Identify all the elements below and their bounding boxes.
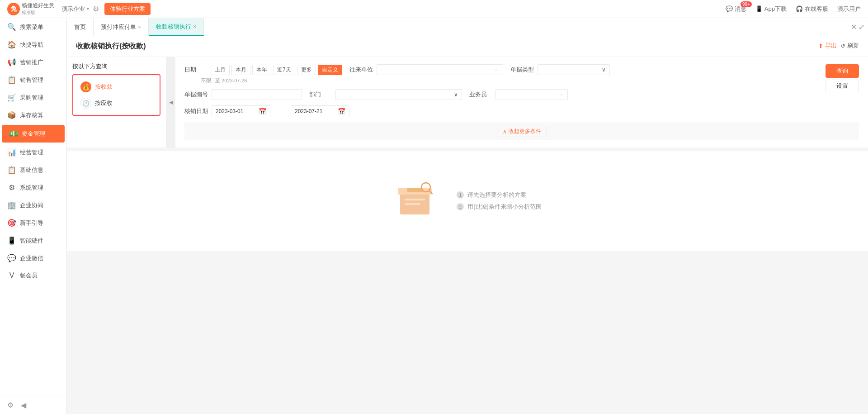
date-btn-this-month[interactable]: 本月 <box>231 65 250 75</box>
sidebar-item-marketing[interactable]: 📢 营销推广 <box>0 53 66 71</box>
verif-date-end-input[interactable]: 2023-07-21 📅 <box>291 105 349 117</box>
tab-prepay-label: 预付冲应付单 <box>101 23 136 31</box>
sidebar-item-search[interactable]: 🔍 搜索菜单 <box>0 18 66 36</box>
sidebar-item-inventory[interactable]: 📦 库存核算 <box>0 106 66 124</box>
verif-end-value: 2023-07-21 <box>295 108 322 114</box>
box-icon: 📦 <box>7 111 16 119</box>
date-btn-more[interactable]: 更多 <box>297 65 316 75</box>
date-btn-this-year[interactable]: 本年 <box>252 65 271 75</box>
username: 演示用户 <box>837 5 861 12</box>
chart-icon: 📊 <box>7 148 16 157</box>
verif-date-separator: — <box>278 108 283 115</box>
sidebar-collapse-icon[interactable]: ◀ <box>21 401 26 409</box>
docnum-input[interactable] <box>212 89 302 100</box>
date-quick-group: 上月 本月 本年 近7天 更多 自定义 <box>211 65 342 75</box>
export-button[interactable]: ⬆ 导出 <box>818 42 837 50</box>
money-icon: 💵 <box>9 129 18 138</box>
industry-solution-button[interactable]: 体验行业方案 <box>104 3 151 15</box>
page-content: 收款核销执行(按收款) ⬆ 导出 ↺ 刷新 按以下方查询 <box>67 36 868 414</box>
cart-icon: 🛒 <box>7 93 16 102</box>
verif-date-start-input[interactable]: 2023-03-01 📅 <box>212 105 270 117</box>
grid-icon: 📋 <box>7 166 16 174</box>
dept-label: 部门 <box>309 90 332 99</box>
main-layout: 🔍 搜索菜单 🏠 快捷导航 📢 营销推广 📋 销售管理 🛒 采购管理 📦 库存核… <box>0 18 868 414</box>
docnum-field: 单据编号 <box>184 89 302 100</box>
partner-more-icon[interactable]: ··· <box>495 67 499 73</box>
sidebar-item-operation[interactable]: 📊 经营管理 <box>0 143 66 161</box>
sidebar-item-weixin[interactable]: 💬 企业微信 <box>0 249 66 267</box>
staff-more-icon[interactable]: ··· <box>559 91 564 98</box>
close-tab-receipts[interactable]: × <box>193 24 196 30</box>
sidebar-item-member[interactable]: V 畅会员 <box>0 267 66 284</box>
export-label: 导出 <box>825 42 837 50</box>
tab-home[interactable]: 首页 <box>67 18 94 36</box>
calendar-end-icon[interactable]: 📅 <box>338 108 345 115</box>
staff-select[interactable]: ··· <box>495 89 568 100</box>
sidebar-item-sales[interactable]: 📋 销售管理 <box>0 71 66 89</box>
staff-label: 业务员 <box>469 90 492 99</box>
dept-field: 部门 ∨ <box>309 89 462 100</box>
date-btn-last-month[interactable]: 上月 <box>211 65 230 75</box>
message-badge: 99+ <box>741 1 752 7</box>
message-button[interactable]: 💬 消息 99+ <box>726 5 746 13</box>
sidebar-item-system[interactable]: ⚙ 系统管理 <box>0 179 66 196</box>
sidebar-label-enterprise: 企业协同 <box>20 201 43 209</box>
receipt-icon: 💰 <box>80 81 91 92</box>
collapse-more-button[interactable]: ∧ 收起更多条件 <box>497 126 547 137</box>
company-name: 演示企业 <box>61 5 85 13</box>
dept-select[interactable]: ∨ <box>335 89 462 100</box>
verif-date-field: 核销日期 2023-03-01 📅 — 2023-07-21 📅 <box>184 105 349 117</box>
sidebar-item-shortcut[interactable]: 🏠 快捷导航 <box>0 36 66 53</box>
online-service-button[interactable]: 🎧 在线客服 <box>796 5 828 13</box>
headset-icon: 🎧 <box>796 5 803 12</box>
sidebar-item-guide[interactable]: 🎯 新手引导 <box>0 214 66 232</box>
close-tab-prepay[interactable]: × <box>138 24 141 30</box>
doc-type-select[interactable]: ∨ <box>538 64 610 75</box>
company-selector[interactable]: 演示企业 ▾ <box>61 5 89 13</box>
sidebar-label-member: 畅会员 <box>20 271 38 280</box>
logo-icon: 兔 <box>7 3 20 15</box>
sidebar-label-basic: 基础信息 <box>20 166 43 174</box>
app-download-button[interactable]: 📱 App下载 <box>755 5 787 13</box>
sidebar-settings-icon[interactable]: ⚙ <box>7 401 14 409</box>
sidebar-item-hardware[interactable]: 📱 智能硬件 <box>0 232 66 249</box>
sidebar-item-purchase[interactable]: 🛒 采购管理 <box>0 89 66 106</box>
partner-select[interactable]: ··· <box>377 64 503 75</box>
tab-prepay[interactable]: 预付冲应付单 × <box>94 18 149 36</box>
expand-icon[interactable]: ⤢ <box>859 23 864 31</box>
refresh-button[interactable]: ↺ 刷新 <box>840 42 859 50</box>
sidebar-item-finance[interactable]: 💵 资金管理 <box>2 125 65 143</box>
sidebar-item-basic[interactable]: 📋 基础信息 <box>0 161 66 179</box>
topbar-right: 💬 消息 99+ 📱 App下载 🎧 在线客服 演示用户 <box>726 5 861 13</box>
collapse-left-panel-button[interactable]: ◀ <box>166 57 175 148</box>
query-button[interactable]: 查询 <box>826 64 859 78</box>
query-by-receipt[interactable]: 💰 按收款 <box>77 79 156 95</box>
date-unlimit-label: 不限 <box>201 77 212 85</box>
filter-verif-row: 核销日期 2023-03-01 📅 — 2023-07-21 📅 <box>184 105 826 117</box>
query-by-receivable[interactable]: 🕐 按应收 <box>77 95 156 111</box>
tab-receipts[interactable]: 收款核销执行 × <box>149 18 204 36</box>
app-edition: 标准版 <box>22 10 54 16</box>
refresh-icon: ↺ <box>840 43 845 49</box>
gear-icon[interactable]: ⚙ <box>93 5 99 13</box>
sidebar-label-inventory: 库存核算 <box>20 111 43 119</box>
date-btn-custom[interactable]: 自定义 <box>318 65 342 75</box>
close-all-tabs-icon[interactable]: ✕ <box>851 23 857 31</box>
user-info[interactable]: 演示用户 <box>837 5 861 13</box>
empty-hint-2: 2 用[过滤]条件来缩小分析范围 <box>457 203 541 211</box>
guide-icon: 🎯 <box>7 219 16 227</box>
tabbar-actions: ✕ ⤢ <box>851 23 868 31</box>
home-icon: 🏠 <box>7 40 16 49</box>
empty-hints: 1 请先选择要分析的方案 2 用[过滤]条件来缩小分析范围 <box>457 191 541 211</box>
date-field: 日期 上月 本月 本年 近7天 更多 自定义 <box>184 65 342 75</box>
collapse-more-label: 收起更多条件 <box>509 128 541 135</box>
chevron-down-icon: ▾ <box>87 6 89 11</box>
sidebar-item-enterprise[interactable]: 🏢 企业协同 <box>0 196 66 214</box>
doc-type-label: 单据类型 <box>510 66 534 74</box>
collapse-more-icon: ∧ <box>503 128 507 135</box>
date-btn-7days[interactable]: 近7天 <box>273 65 295 75</box>
member-icon: V <box>7 271 16 280</box>
calendar-start-icon[interactable]: 📅 <box>259 108 266 115</box>
search-icon: 🔍 <box>7 23 16 31</box>
settings-button[interactable]: 设置 <box>826 80 859 92</box>
